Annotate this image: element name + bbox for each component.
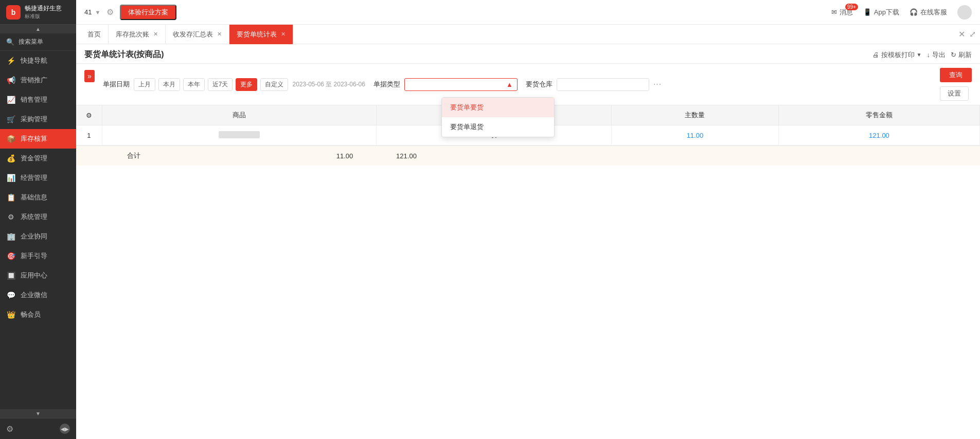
sales-icon: 📈 xyxy=(6,96,15,104)
type-filter-chevron-up-icon: ▲ xyxy=(506,81,513,88)
sidebar-scroll-up[interactable]: ▲ xyxy=(0,25,76,33)
sidebar-search[interactable]: 🔍 搜索菜单 xyxy=(0,33,76,51)
col-settings[interactable]: ⚙ xyxy=(76,105,102,125)
sidebar-item-operation[interactable]: 📊 经营管理 xyxy=(0,168,76,188)
footer-amount: 121.00 xyxy=(376,152,437,160)
settings-button[interactable]: 设置 xyxy=(940,86,969,101)
sidebar-item-sales[interactable]: 📈 销售管理 xyxy=(0,90,76,109)
print-icon: 🖨 xyxy=(872,51,879,59)
sidebar-item-inventory[interactable]: 📦 库存核算 xyxy=(0,129,76,149)
warehouse-filter-group: 要货仓库 ··· xyxy=(526,78,662,91)
sidebar-item-purchase[interactable]: 🛒 采购管理 xyxy=(0,109,76,129)
type-filter-group: 单据类型 ▲ xyxy=(373,78,518,91)
tabs-actions: ✕ ⤢ xyxy=(958,29,976,39)
logo-icon: b xyxy=(6,5,21,20)
promo-button[interactable]: 体验行业方案 xyxy=(120,5,176,20)
refresh-icon: ↻ xyxy=(951,51,956,59)
warehouse-filter-label: 要货仓库 xyxy=(526,80,553,89)
sidebar-item-appstore[interactable]: 🔲 应用中心 xyxy=(0,266,76,285)
basic-icon: 📋 xyxy=(6,193,15,202)
topbar-right: ✉ 消息 99+ 📱 App下载 🎧 在线客服 xyxy=(831,5,972,20)
table-container: ⚙ 商品 主计量单位 主数量 零售金额 1 块 11.00 xyxy=(76,105,980,439)
tab-order-stat[interactable]: 要货单统计表 ✕ xyxy=(229,25,293,44)
operation-icon: 📊 xyxy=(6,174,15,182)
footer-label: 合计 xyxy=(82,151,185,160)
query-button[interactable]: 查询 xyxy=(940,68,972,82)
sidebar-item-quicknav[interactable]: ⚡ 快捷导航 xyxy=(0,51,76,70)
sidebar-item-marketing[interactable]: 📢 营销推广 xyxy=(0,70,76,90)
tabs-expand-icon[interactable]: ⤢ xyxy=(969,29,976,39)
messages-button[interactable]: ✉ 消息 99+ xyxy=(831,8,853,17)
appstore-icon: 🔲 xyxy=(6,271,15,280)
tab-inventory-batch-close[interactable]: ✕ xyxy=(153,31,158,38)
table-footer: 合计 11.00 121.00 xyxy=(76,145,980,166)
filter-actions: 查询 设置 xyxy=(940,68,972,101)
tab-order-stat-close[interactable]: ✕ xyxy=(281,31,286,38)
tab-collect-summary-close[interactable]: ✕ xyxy=(217,31,222,38)
export-button[interactable]: ↓ 导出 xyxy=(927,50,946,60)
logo-text: 畅捷通好生意 标准版 xyxy=(25,5,62,20)
sidebar-item-enterprise[interactable]: 🏢 企业协同 xyxy=(0,227,76,246)
warehouse-dots-icon[interactable]: ··· xyxy=(653,80,662,89)
sidebar-item-finance[interactable]: 💰 资金管理 xyxy=(0,149,76,168)
type-dropdown-menu: 要货单要货 要货单退货 xyxy=(441,97,555,137)
print-template-button[interactable]: 🖨 按模板打印 ▼ xyxy=(872,50,922,60)
dropdown-item-yaohuo[interactable]: 要货单要货 xyxy=(442,98,554,117)
settings-bottom-icon[interactable]: ⚙ xyxy=(6,424,13,434)
online-service-button[interactable]: 🎧 在线客服 xyxy=(910,8,947,17)
type-filter-input[interactable]: ▲ xyxy=(404,78,518,91)
finance-icon: 💰 xyxy=(6,154,15,162)
date-last-7days-btn[interactable]: 近7天 xyxy=(208,78,233,91)
sidebar-bottom: ⚙ ◀▶ xyxy=(0,418,76,439)
row-no: 1 xyxy=(76,125,102,145)
store-selector[interactable]: 41 ▼ xyxy=(84,8,100,16)
date-filter-group: 单据日期 上月 本月 本年 近7天 更多 自定义 2023-05-06 至 20… xyxy=(103,78,365,91)
tab-home[interactable]: 首页 xyxy=(80,25,109,44)
date-prev-month-btn[interactable]: 上月 xyxy=(134,78,155,91)
sidebar-item-wechat[interactable]: 💬 企业微信 xyxy=(0,285,76,305)
app-logo: b 畅捷通好生意 标准版 xyxy=(0,0,76,25)
tabs-close-icon[interactable]: ✕ xyxy=(958,29,965,39)
wechat-icon: 💬 xyxy=(6,291,15,299)
sidebar-item-guide[interactable]: 🎯 新手引导 xyxy=(0,246,76,266)
sidebar-scroll-down[interactable]: ▼ xyxy=(0,409,76,418)
col-product: 商品 xyxy=(102,105,376,125)
enterprise-icon: 🏢 xyxy=(6,232,15,241)
date-more-btn[interactable]: 更多 xyxy=(236,78,257,91)
date-filter-label: 单据日期 xyxy=(103,80,130,89)
page-content: 要货单统计表(按商品) 🖨 按模板打印 ▼ ↓ 导出 ↻ 刷新 » xyxy=(76,44,980,439)
quicknav-icon: ⚡ xyxy=(6,57,15,65)
row-qty[interactable]: 11.00 xyxy=(611,125,778,145)
refresh-button[interactable]: ↻ 刷新 xyxy=(951,50,972,60)
sidebar-collapse-btn[interactable]: ◀▶ xyxy=(60,424,70,434)
page-header: 要货单统计表(按商品) 🖨 按模板打印 ▼ ↓ 导出 ↻ 刷新 xyxy=(76,44,980,64)
sidebar-item-member[interactable]: 👑 畅会员 xyxy=(0,305,76,324)
app-download-button[interactable]: 📱 App下载 xyxy=(863,8,899,17)
tab-inventory-batch[interactable]: 库存批次账 ✕ xyxy=(109,25,166,44)
date-this-month-btn[interactable]: 本月 xyxy=(158,78,180,91)
date-range-text: 2023-05-06 至 2023-06-06 xyxy=(292,80,365,89)
warehouse-filter-input[interactable] xyxy=(557,78,649,91)
sidebar-item-basic[interactable]: 📋 基础信息 xyxy=(0,188,76,207)
tabs-bar: 首页 库存批次账 ✕ 收发存汇总表 ✕ 要货单统计表 ✕ ✕ ⤢ xyxy=(76,25,980,44)
date-custom-btn[interactable]: 自定义 xyxy=(260,78,288,91)
dropdown-item-tuihuo[interactable]: 要货单退货 xyxy=(442,117,554,137)
user-avatar[interactable] xyxy=(957,5,972,20)
product-placeholder xyxy=(219,131,260,138)
footer-qty: 11.00 xyxy=(314,152,376,160)
filter-expand-button[interactable]: » xyxy=(84,70,95,82)
store-chevron-icon: ▼ xyxy=(95,9,100,15)
page-title: 要货单统计表(按商品) xyxy=(84,49,164,60)
guide-icon: 🎯 xyxy=(6,252,15,260)
sidebar-item-system[interactable]: ⚙ 系统管理 xyxy=(0,207,76,227)
tab-collect-summary[interactable]: 收发存汇总表 ✕ xyxy=(166,25,229,44)
sidebar: b 畅捷通好生意 标准版 ▲ 🔍 搜索菜单 ⚡ 快捷导航 📢 营销推广 📈 销售… xyxy=(0,0,76,439)
row-amount[interactable]: 121.00 xyxy=(778,125,979,145)
app-icon: 📱 xyxy=(863,8,871,16)
topbar: 41 ▼ ⚙ 体验行业方案 ✉ 消息 99+ 📱 App下载 🎧 在线客服 xyxy=(76,0,980,25)
topbar-gear-icon[interactable]: ⚙ xyxy=(106,7,114,17)
date-this-year-btn[interactable]: 本年 xyxy=(183,78,205,91)
type-filter-label: 单据类型 xyxy=(373,80,400,89)
row-product xyxy=(102,125,376,145)
purchase-icon: 🛒 xyxy=(6,115,15,123)
